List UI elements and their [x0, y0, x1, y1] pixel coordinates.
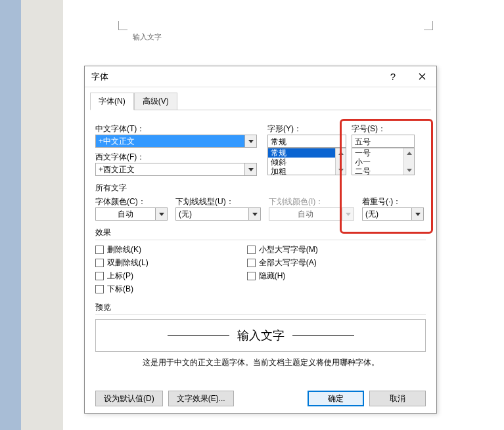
chevron-down-icon [248, 208, 260, 220]
label-underline: 下划线线型(U)： [175, 196, 261, 207]
chevron-down-icon [244, 135, 256, 147]
emphasis-combo[interactable]: (无) [362, 207, 424, 221]
west-font-combo[interactable]: +西文正文 [95, 163, 257, 176]
cn-font-value: +中文正文 [96, 135, 244, 147]
chevron-down-icon [155, 208, 167, 220]
doc-placeholder-text: 输入文字 [133, 32, 162, 42]
size-input[interactable]: 五号 [352, 135, 415, 148]
tab-strip: 字体(N) 高级(V) [85, 87, 436, 110]
caret-down-icon [404, 165, 414, 175]
label-emphasis: 着重号(·)： [362, 196, 424, 207]
caret-up-icon [336, 148, 346, 158]
chevron-down-icon [244, 163, 256, 175]
set-default-button[interactable]: 设为默认值(D) [95, 391, 163, 406]
help-button[interactable]: ? [378, 66, 407, 87]
style-option[interactable]: 加粗 [268, 167, 346, 175]
dialog-body: 中文字体(T)： +中文正文 西文字体(F)： +西文正文 字形(Y)： 常规 … [85, 110, 436, 368]
style-option[interactable]: 常规 [268, 148, 346, 158]
font-dialog: 字体 ? 字体(N) 高级(V) 中文字体(T)： +中文正文 西文字体(F)：… [84, 66, 437, 414]
text-effects-button[interactable]: 文字效果(E)... [168, 391, 234, 406]
preview-text: 输入文字 [229, 328, 292, 343]
west-font-value: +西文正文 [96, 163, 244, 175]
chk-superscript[interactable]: 上标(P) [95, 269, 149, 282]
button-row: 设为默认值(D) 文字效果(E)... 确定 取消 [85, 391, 436, 406]
style-option[interactable]: 倾斜 [268, 158, 346, 167]
chevron-down-icon [342, 208, 354, 220]
cn-font-combo[interactable]: +中文正文 [95, 135, 257, 148]
chk-dblstrike-label: 双删除线(L) [107, 257, 149, 269]
page-margin-corner-left [118, 21, 127, 30]
label-preview: 预览 [95, 302, 426, 313]
size-scrollbar[interactable] [403, 148, 414, 175]
close-button[interactable] [407, 66, 436, 87]
style-scrollbar[interactable] [335, 148, 346, 175]
chk-strike-label: 删除线(K) [107, 244, 141, 255]
font-color-combo[interactable]: 自动 [95, 207, 168, 221]
label-west-font: 西文字体(F)： [95, 152, 257, 163]
cancel-button[interactable]: 取消 [369, 391, 426, 406]
chk-subscript-label: 下标(B) [107, 284, 133, 295]
chk-smallcaps-label: 小型大写字母(M) [259, 244, 318, 255]
style-input[interactable]: 常规 [267, 135, 346, 148]
label-cn-font: 中文字体(T)： [95, 123, 257, 135]
underline-combo[interactable]: (无) [175, 207, 261, 221]
underline-color-combo: 自动 [269, 207, 354, 221]
preview-note: 这是用于中文的正文主题字体。当前文档主题定义将使用哪种字体。 [95, 357, 426, 368]
label-effects: 效果 [95, 227, 426, 238]
chevron-down-icon [411, 208, 423, 220]
tab-advanced[interactable]: 高级(V) [134, 93, 177, 110]
chk-allcaps-label: 全部大写字母(A) [259, 257, 317, 269]
ok-button[interactable]: 确定 [308, 391, 364, 406]
caret-down-icon [336, 165, 346, 175]
label-all-text: 所有文字 [95, 183, 426, 194]
label-underline-color: 下划线颜色(I)： [269, 196, 354, 207]
label-font-color: 字体颜色(C)： [95, 196, 168, 207]
label-style: 字形(Y)： [267, 123, 346, 135]
underline-value: (无) [176, 208, 248, 220]
dialog-title: 字体 [91, 71, 378, 83]
chk-hidden[interactable]: 隐藏(H) [247, 269, 318, 282]
caret-up-icon [404, 148, 414, 158]
label-size: 字号(S)： [352, 123, 415, 135]
chk-smallcaps[interactable]: 小型大写字母(M) [247, 243, 318, 256]
preview-box: 输入文字 [95, 319, 426, 352]
size-list[interactable]: 一号 小一 二号 [352, 148, 415, 175]
chk-allcaps[interactable]: 全部大写字母(A) [247, 256, 318, 269]
close-icon [419, 73, 426, 80]
titlebar: 字体 ? [85, 66, 436, 87]
emphasis-value: (无) [363, 208, 411, 220]
style-list[interactable]: 常规 倾斜 加粗 [267, 148, 346, 175]
chk-strike[interactable]: 删除线(K) [95, 243, 149, 256]
chk-dblstrike[interactable]: 双删除线(L) [95, 256, 149, 269]
tab-font[interactable]: 字体(N) [90, 93, 134, 110]
underline-color-value: 自动 [269, 208, 342, 220]
chk-superscript-label: 上标(P) [107, 270, 133, 282]
chk-hidden-label: 隐藏(H) [259, 270, 286, 282]
page-margin-corner-right [424, 21, 433, 30]
font-color-value: 自动 [96, 208, 155, 220]
chk-subscript[interactable]: 下标(B) [95, 282, 149, 295]
